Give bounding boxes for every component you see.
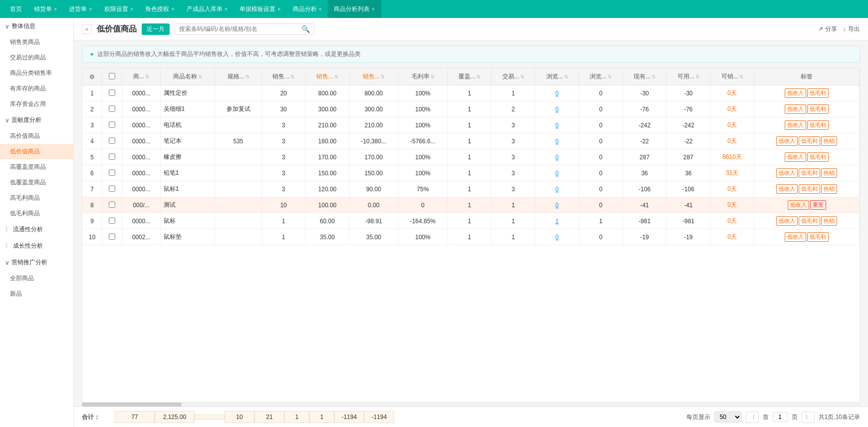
view1-link[interactable]: 0 bbox=[555, 234, 559, 241]
scrollbar-area[interactable] bbox=[82, 403, 860, 407]
nav-product-analysis-list[interactable]: 商品分析列表 × bbox=[328, 0, 381, 18]
tag: 低收入 bbox=[788, 200, 809, 210]
td-margin: 100% bbox=[398, 229, 447, 245]
sidebar-item-inventory-capital[interactable]: 库存资金占用 bbox=[0, 96, 73, 112]
td-name: 橡皮擦 bbox=[160, 149, 215, 165]
th-avgprice: 销售...⇅ bbox=[349, 68, 398, 85]
view1-link[interactable]: 0 bbox=[555, 122, 559, 129]
nav-permission[interactable]: 权限设置 × bbox=[98, 0, 139, 18]
th-spec: 规格...⇅ bbox=[215, 68, 262, 85]
sidebar-item-low-margin[interactable]: 低毛利商品 bbox=[0, 206, 73, 221]
row-checkbox[interactable] bbox=[109, 217, 115, 224]
total-coverage: 10 bbox=[224, 411, 254, 423]
td-no: 3 bbox=[82, 117, 102, 133]
table-row: 4 0000... 笔记本 535 3 180.00 -10,380... -5… bbox=[82, 133, 860, 149]
td-margin: 100% bbox=[398, 101, 447, 117]
sidebar-item-high-value[interactable]: 高价值商品 bbox=[0, 128, 73, 144]
td-avgprice: -10,380... bbox=[349, 133, 398, 149]
nav-close-sales[interactable]: × bbox=[54, 6, 57, 12]
td-view2: 0 bbox=[579, 181, 623, 197]
view1-link[interactable]: 0 bbox=[555, 154, 559, 161]
select-all-checkbox[interactable] bbox=[109, 73, 115, 79]
sidebar-item-all-products[interactable]: 全部商品 bbox=[0, 271, 73, 286]
sidebar-item-traded-products[interactable]: 交易过的商品 bbox=[0, 50, 73, 65]
sidebar-item-category-sales-rate[interactable]: 商品分类销售率 bbox=[0, 65, 73, 81]
nav-close-template[interactable]: × bbox=[277, 6, 280, 12]
nav-purchase-order[interactable]: 进货单 × bbox=[63, 0, 98, 18]
td-coverage: 1 bbox=[447, 101, 491, 117]
scrollbar-thumb[interactable] bbox=[82, 403, 182, 407]
sidebar-item-new-products[interactable]: 新品 bbox=[0, 286, 73, 302]
view1-link[interactable]: 0 bbox=[555, 202, 559, 209]
sidebar-item-low-value[interactable]: 低价值商品 bbox=[0, 144, 73, 159]
th-settings[interactable]: ⚙ bbox=[82, 68, 102, 85]
sidebar-item-high-margin[interactable]: 高毛利商品 bbox=[0, 190, 73, 206]
page-size-select[interactable]: 50 100 bbox=[714, 412, 742, 423]
nav-product-analysis[interactable]: 商品分析 × bbox=[287, 0, 328, 18]
nav-close-permission[interactable]: × bbox=[130, 6, 133, 12]
sidebar-group-marketing[interactable]: ∨ 营销推广分析 bbox=[0, 254, 73, 271]
td-tags: 低收入低毛利 bbox=[754, 101, 860, 117]
td-sellable: 0天 bbox=[710, 213, 754, 229]
sidebar-item-stocked-products[interactable]: 有库存的商品 bbox=[0, 81, 73, 96]
sidebar-item-low-coverage[interactable]: 低覆盖度商品 bbox=[0, 175, 73, 190]
nav-product-warehouse[interactable]: 产成品入库单 × bbox=[181, 0, 233, 18]
search-input[interactable] bbox=[179, 25, 299, 32]
search-icon[interactable]: 🔍 bbox=[301, 25, 310, 33]
row-checkbox[interactable] bbox=[109, 153, 115, 160]
nav-template[interactable]: 单据模板设置 × bbox=[233, 0, 286, 18]
td-sellable: 0天 bbox=[710, 229, 754, 245]
row-checkbox[interactable] bbox=[109, 121, 115, 128]
time-filter-button[interactable]: 近一月 bbox=[142, 23, 170, 35]
row-checkbox[interactable] bbox=[109, 201, 115, 208]
td-available: -41 bbox=[666, 197, 710, 213]
page-input[interactable] bbox=[773, 412, 788, 422]
next-page-btn[interactable]: 〉 bbox=[802, 412, 815, 423]
export-button[interactable]: ↓ 导出 bbox=[843, 25, 860, 33]
nav-sales-order[interactable]: 销货单 × bbox=[28, 0, 63, 18]
nav-close-purchase[interactable]: × bbox=[89, 6, 92, 12]
row-checkbox[interactable] bbox=[109, 185, 115, 192]
nav-close-role[interactable]: × bbox=[171, 6, 174, 12]
td-coverage: 1 bbox=[447, 165, 491, 181]
first-page-btn[interactable]: 〈 bbox=[746, 412, 759, 423]
share-button[interactable]: ↗ 分享 bbox=[818, 25, 837, 33]
row-checkbox[interactable] bbox=[109, 89, 115, 96]
td-name: 属性定价 bbox=[160, 85, 215, 101]
view1-link[interactable]: 0 bbox=[555, 106, 559, 113]
th-amount: 销售...⇅ bbox=[305, 68, 349, 85]
nav-close-analysis[interactable]: × bbox=[319, 6, 322, 12]
view1-link[interactable]: 0 bbox=[555, 170, 559, 177]
td-code: 0000... bbox=[122, 213, 161, 229]
row-checkbox[interactable] bbox=[109, 137, 115, 144]
td-amount: 100.00 bbox=[305, 197, 349, 213]
sort-icon: ⇅ bbox=[564, 74, 568, 79]
nav-close-warehouse[interactable]: × bbox=[224, 6, 227, 12]
sidebar-group-overall[interactable]: ∨ 整体信息 bbox=[0, 18, 73, 34]
sidebar-item-sales-products[interactable]: 销售类商品 bbox=[0, 34, 73, 50]
td-view2: 1 bbox=[579, 213, 623, 229]
td-tags: 低收入重置 bbox=[754, 197, 860, 213]
settings-icon[interactable]: ⚙ bbox=[89, 73, 95, 80]
nav-home[interactable]: 首页 bbox=[4, 0, 28, 18]
td-current: -30 bbox=[623, 85, 666, 101]
sidebar-item-high-coverage[interactable]: 高覆盖度商品 bbox=[0, 159, 73, 175]
nav-close-analysis-list[interactable]: × bbox=[372, 6, 375, 12]
view1-link[interactable]: 0 bbox=[555, 138, 559, 145]
sidebar-group-liquidity[interactable]: 〉 流通性分析 bbox=[0, 221, 73, 238]
td-avgprice: 210.00 bbox=[349, 117, 398, 133]
sidebar-collapse-btn[interactable]: « bbox=[82, 24, 92, 34]
view1-link[interactable]: 1 bbox=[555, 218, 559, 225]
td-trade: 1 bbox=[491, 85, 535, 101]
sidebar-group-growth[interactable]: 〉 成长性分析 bbox=[0, 238, 73, 254]
view1-link[interactable]: 0 bbox=[555, 90, 559, 97]
td-trade: 1 bbox=[491, 197, 535, 213]
row-checkbox[interactable] bbox=[109, 233, 115, 240]
row-checkbox[interactable] bbox=[109, 169, 115, 176]
row-checkbox[interactable] bbox=[109, 105, 115, 112]
view1-link[interactable]: 0 bbox=[555, 186, 559, 193]
nav-role-auth[interactable]: 角色授权 × bbox=[139, 0, 180, 18]
td-checkbox bbox=[102, 181, 122, 197]
tag: 低毛利 bbox=[807, 88, 829, 98]
sidebar-group-contribution[interactable]: ∨ 贡献度分析 bbox=[0, 112, 73, 128]
